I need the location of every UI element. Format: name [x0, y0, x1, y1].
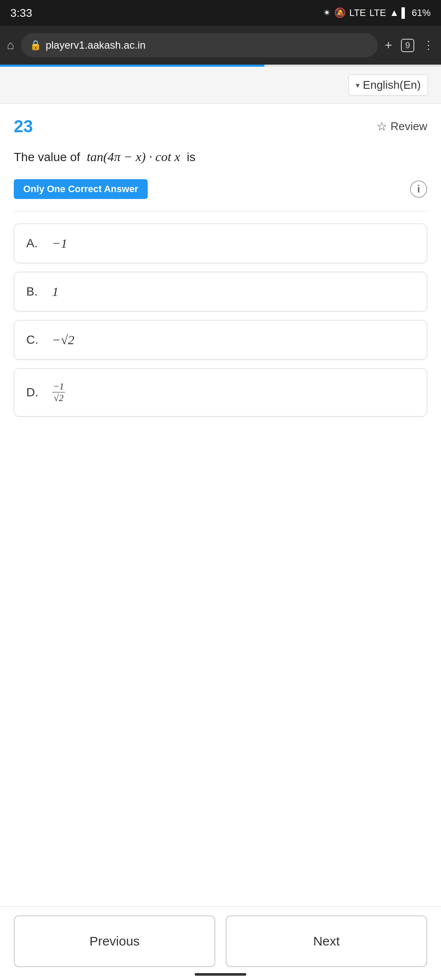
option-c[interactable]: C. −√2: [14, 320, 427, 360]
question-text: The value of tan(4π − x) · cot x is: [14, 146, 427, 167]
fraction-numerator: −1: [52, 381, 65, 392]
option-a-value: −1: [52, 236, 67, 251]
lte-icon: LTE: [370, 7, 386, 19]
option-b-value: 1: [52, 284, 59, 299]
fraction-denominator: √2: [53, 392, 64, 404]
browser-bar: ⌂ 🔒 playerv1.aakash.ac.in + 9 ⋮: [0, 26, 441, 65]
browser-actions: + 9 ⋮: [385, 38, 434, 53]
math-expression: tan(4π − x) · cot x: [84, 149, 180, 164]
battery-percent: 61%: [412, 7, 431, 19]
question-number: 23: [14, 117, 33, 136]
lock-icon: 🔒: [30, 40, 41, 51]
status-bar: 3:33 ✴ 🔕 LTE LTE ▲ ▌ 61%: [0, 0, 441, 26]
option-c-label: C.: [26, 333, 43, 347]
question-header: 23 ☆ Review: [14, 117, 427, 136]
question-text-suffix: is: [183, 150, 196, 164]
option-d[interactable]: D. −1 √2: [14, 368, 427, 417]
info-button[interactable]: i: [410, 180, 427, 198]
language-selector[interactable]: ▾ English(En): [348, 75, 428, 96]
tab-count[interactable]: 9: [401, 39, 414, 52]
bottom-indicator: [195, 973, 246, 976]
battery-icon: ▲ ▌: [389, 7, 408, 19]
option-d-label: D.: [26, 386, 43, 399]
url-bar[interactable]: 🔒 playerv1.aakash.ac.in: [21, 33, 378, 57]
review-label: Review: [391, 120, 427, 133]
bottom-navigation: Previous Next: [0, 906, 441, 980]
time-display: 3:33: [10, 6, 32, 20]
status-icons: ✴ 🔕 LTE LTE ▲ ▌ 61%: [323, 7, 431, 19]
option-b-label: B.: [26, 285, 43, 299]
option-a[interactable]: A. −1: [14, 224, 427, 263]
answer-type-badge: Only One Correct Answer: [14, 179, 148, 199]
option-c-value: −√2: [52, 333, 75, 347]
language-label: English(En): [363, 78, 421, 92]
next-button[interactable]: Next: [226, 915, 427, 967]
bluetooth-icon: ✴: [323, 7, 331, 19]
option-a-label: A.: [26, 236, 43, 250]
home-button[interactable]: ⌂: [7, 38, 14, 52]
url-text: playerv1.aakash.ac.in: [46, 39, 146, 51]
previous-button[interactable]: Previous: [14, 915, 215, 967]
question-text-prefix: The value of: [14, 150, 80, 164]
chevron-down-icon: ▾: [356, 81, 360, 90]
menu-icon[interactable]: ⋮: [423, 39, 434, 52]
signal-icon: LTE: [349, 7, 366, 19]
language-bar: ▾ English(En): [0, 67, 441, 104]
fraction-value: −1 √2: [52, 381, 65, 404]
main-content: 23 ☆ Review The value of tan(4π − x) · c…: [0, 104, 441, 429]
divider: [14, 211, 427, 212]
mute-icon: 🔕: [334, 7, 346, 19]
option-b[interactable]: B. 1: [14, 272, 427, 311]
options-list: A. −1 B. 1 C. −√2 D. −1 √2: [14, 224, 427, 417]
answer-type-row: Only One Correct Answer i: [14, 179, 427, 199]
add-tab-icon[interactable]: +: [385, 38, 392, 53]
star-icon: ☆: [376, 119, 387, 134]
review-button[interactable]: ☆ Review: [376, 119, 427, 134]
option-d-value: −1 √2: [52, 381, 65, 404]
